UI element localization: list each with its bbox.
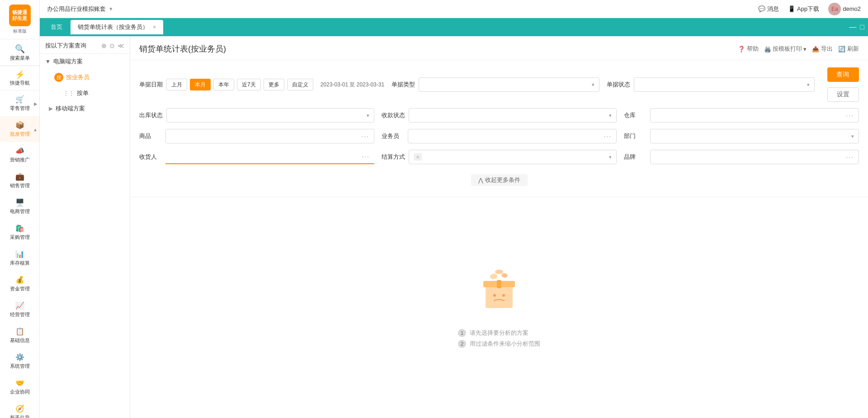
date-btn-7days[interactable]: 近7天 <box>237 79 261 90</box>
message-btn[interactable]: 💬 消息 <box>758 5 779 13</box>
scheme-by-salesperson[interactable]: 按 按业务员 <box>40 69 130 86</box>
sidebar-item-sales[interactable]: 💼 销售管理 <box>0 168 39 194</box>
filter-bill-type: 单据类型 ▾ <box>392 77 599 92</box>
sidebar-item-retail[interactable]: 🛒 零售管理 ▶ <box>0 90 39 116</box>
avatar: Ea <box>828 3 841 15</box>
print-dropdown-icon[interactable]: ▾ <box>803 46 807 52</box>
scheme-by-order[interactable]: ⋮⋮ 按单 <box>40 86 130 101</box>
salesperson-input[interactable]: ··· <box>408 129 617 143</box>
newbie-icon: 🧭 <box>15 404 24 413</box>
date-btn-custom[interactable]: 自定义 <box>287 79 313 90</box>
logo-sub: 标准版 <box>13 28 27 34</box>
receipt-status-input[interactable]: ▾ <box>409 108 617 123</box>
template-print-btn[interactable]: 🖨️ 按模板打印 ▾ <box>764 45 807 53</box>
topbar-right: 💬 消息 📱 App下载 Ea demo2 <box>758 3 861 15</box>
goods-label: 商品 <box>139 132 162 140</box>
scheme-group-mobile[interactable]: ▶ 移动端方案 <box>40 101 130 116</box>
sidebar-item-wholesale[interactable]: 📦 批发管理 ▲ <box>0 116 39 142</box>
tab-home[interactable]: 首页 <box>43 20 70 34</box>
add-scheme-btn[interactable]: ⊕ <box>101 42 107 49</box>
empty-state: 1 请先选择要分析的方案 2 用过滤条件来缩小分析范围 <box>130 197 868 418</box>
chevron-right-icon: ▶ <box>34 101 38 106</box>
sidebar-item-ecommerce[interactable]: 🖥️ 电商管理 <box>0 194 39 219</box>
search-label: 搜索菜单 <box>10 55 30 62</box>
export-btn[interactable]: 📤 导出 <box>812 45 833 53</box>
retail-icon: 🛒 <box>15 95 24 104</box>
message-icon: 💬 <box>758 5 765 12</box>
left-panel: 按以下方案查询 ⊕ ⊙ ≪ ▼ 电脑端方案 按 按业务员 ⋮⋮ 按 <box>40 36 130 418</box>
department-input[interactable]: ▾ <box>650 129 859 143</box>
empty-tip-1: 1 请先选择要分析的方案 <box>458 329 540 337</box>
quick-nav[interactable]: ⚡ 快捷导航 <box>0 66 39 90</box>
desktop-group-header[interactable]: ▼ 电脑端方案 <box>40 54 130 69</box>
base-info-icon: 📋 <box>15 327 24 336</box>
page-title: 销货单统计表(按业务员) <box>139 43 226 54</box>
filter-settlement: 结算方式 × ▾ <box>382 150 617 164</box>
goods-dots-icon: ··· <box>361 133 369 140</box>
sidebar-search-section[interactable]: 🔍 搜索菜单 <box>0 39 39 66</box>
bill-type-label: 单据类型 <box>392 81 415 89</box>
set-btn[interactable]: 设置 <box>827 87 859 102</box>
collapse-icon: ⋀ <box>478 177 483 184</box>
tab-close-icon[interactable]: × <box>153 24 156 30</box>
sidebar-item-operations[interactable]: 📈 经营管理 <box>0 297 39 323</box>
query-btn[interactable]: 查询 <box>827 67 859 82</box>
bill-status-label: 单据状态 <box>607 81 630 89</box>
sidebar-item-purchase[interactable]: 🛍️ 采购管理 <box>0 219 39 245</box>
sidebar-item-inventory[interactable]: 📊 库存核算 <box>0 245 39 271</box>
enterprise-icon: 🤝 <box>15 379 24 387</box>
svg-rect-2 <box>497 280 501 288</box>
sidebar-item-system[interactable]: ⚙️ 系统管理 <box>0 348 39 374</box>
settlement-input[interactable]: × ▾ <box>409 150 617 164</box>
stock-status-input[interactable]: ▾ <box>166 108 374 123</box>
tip-text-1: 请先选择要分析的方案 <box>470 329 528 337</box>
sidebar-item-newbie[interactable]: 🧭 新手引导 <box>0 400 39 418</box>
workspace-dropdown-icon[interactable]: ▾ <box>109 5 113 12</box>
filter-department: 部门 ▾ <box>624 129 859 143</box>
app-download-btn[interactable]: 📱 App下载 <box>788 5 819 13</box>
date-btn-last-month[interactable]: 上月 <box>166 79 187 90</box>
svg-point-6 <box>493 294 496 297</box>
date-btn-this-year[interactable]: 本年 <box>213 79 234 90</box>
collapse-panel-btn[interactable]: ≪ <box>118 42 124 49</box>
date-btn-this-month[interactable]: 本月 <box>190 79 211 90</box>
refresh-btn[interactable]: 🔄 刷新 <box>838 45 859 53</box>
order-scheme-label: 按单 <box>77 89 89 97</box>
export-icon: 📤 <box>812 46 819 52</box>
date-btn-more[interactable]: 更多 <box>264 79 284 90</box>
inventory-icon: 📊 <box>15 250 24 258</box>
brand-input[interactable]: ··· <box>650 150 859 164</box>
sidebar-item-finance[interactable]: 💰 资金管理 <box>0 271 39 297</box>
date-btn-group: 上月 本月 本年 近7天 更多 自定义 <box>166 79 313 90</box>
tip-num-2: 2 <box>458 340 466 348</box>
tab-minimize-btn[interactable]: — <box>849 23 856 31</box>
bill-status-input[interactable]: ▾ <box>634 77 815 92</box>
page-header: 销货单统计表(按业务员) ❓ 帮助 🖨️ 按模板打印 ▾ 📤 导出 <box>130 36 868 60</box>
order-icon: ⋮⋮ <box>63 90 74 96</box>
department-label: 部门 <box>624 132 646 140</box>
sidebar-item-enterprise[interactable]: 🤝 企业协同 <box>0 374 39 400</box>
user-profile[interactable]: Ea demo2 <box>828 3 861 15</box>
salesperson-scheme-icon: 按 <box>54 73 63 82</box>
svg-point-5 <box>495 270 503 274</box>
warehouse-input[interactable]: ··· <box>650 108 859 123</box>
tab-maximize-btn[interactable]: □ <box>860 23 864 31</box>
sidebar-item-base-info[interactable]: 📋 基础信息 <box>0 323 39 348</box>
operations-icon: 📈 <box>15 301 24 310</box>
help-btn[interactable]: ❓ 帮助 <box>738 45 759 53</box>
sidebar-item-marketing[interactable]: 📣 营销推广 <box>0 142 39 168</box>
filter-goods: 商品 ··· <box>139 129 374 143</box>
tab-sales-stat[interactable]: 销货单统计表（按业务员） × <box>71 20 163 34</box>
settlement-tag: × <box>414 153 422 161</box>
page-actions: ❓ 帮助 🖨️ 按模板打印 ▾ 📤 导出 🔄 刷新 <box>738 45 859 53</box>
filter-brand: 品牌 ··· <box>624 150 859 164</box>
collapse-btn[interactable]: ⋀ 收起更多条件 <box>471 174 528 186</box>
edit-scheme-btn[interactable]: ⊙ <box>109 42 115 49</box>
department-arrow-icon: ▾ <box>851 133 854 139</box>
logo-text: 畅捷通好生意 <box>12 10 27 21</box>
bill-status-arrow-icon: ▾ <box>807 82 810 88</box>
filter-date: 单据日期 上月 本月 本年 近7天 更多 自定义 2023-03-01 至 20… <box>139 79 384 90</box>
goods-input[interactable]: ··· <box>165 129 374 143</box>
consignee-input[interactable]: ··· <box>165 150 374 164</box>
bill-type-input[interactable]: ▾ <box>419 77 599 92</box>
